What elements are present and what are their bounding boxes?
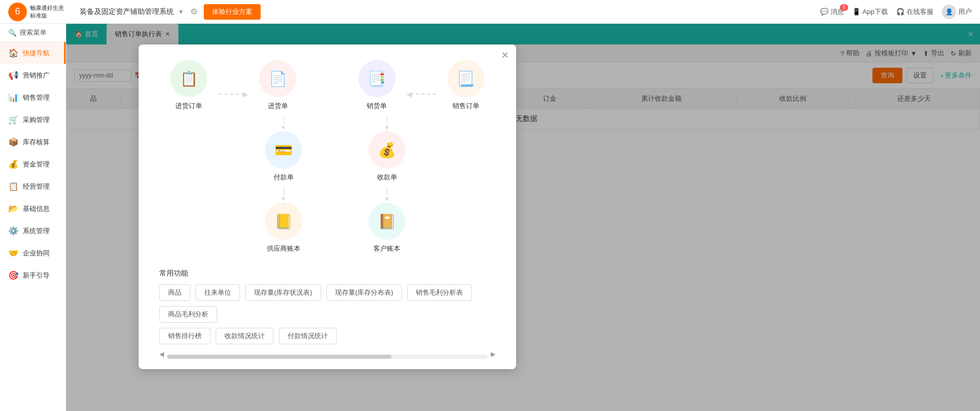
online-service-button[interactable]: 🎧 在线客服 [896, 7, 933, 17]
sidebar-item-label: 销售管理 [23, 93, 50, 102]
sidebar-item-采购管理[interactable]: 🛒采购管理 [0, 109, 66, 131]
flow-node-sale-bill: 📑 销货单 [347, 60, 406, 111]
func-btn-现存量(库存分布表)[interactable]: 现存量(库存分布表) [326, 284, 402, 301]
service-icon: 🎧 [896, 8, 904, 16]
nav-icon-9: 🤝 [8, 248, 19, 258]
try-button[interactable]: 体验行业方案 [204, 4, 261, 20]
sidebar-item-label: 经营管理 [23, 182, 50, 191]
app-download-button[interactable]: 📱 App下载 [852, 7, 888, 17]
sale-order-icon: 📃 [447, 60, 485, 97]
message-button[interactable]: 💬 消息 5 [820, 7, 844, 17]
sidebar-item-库存核算[interactable]: 📦库存核算 [0, 131, 66, 153]
system-title: 装备及固定资产辅助管理系统 [80, 7, 174, 17]
scroll-right-arrow[interactable]: ▶ [491, 351, 495, 358]
flow-node-purchase-order: 📋 进货订单 [159, 60, 219, 111]
func-btn-往来单位[interactable]: 往来单位 [195, 284, 240, 301]
system-title-dropdown[interactable]: ▼ [178, 8, 184, 16]
sidebar-item-label: 基础信息 [23, 204, 50, 214]
sidebar-item-资金管理[interactable]: 💰资金管理 [0, 153, 66, 175]
func-btn-收款情况统计[interactable]: 收款情况统计 [216, 328, 274, 344]
user-menu[interactable]: 👤 用户 [942, 5, 972, 19]
sidebar-item-经营管理[interactable]: 📋经营管理 [0, 175, 66, 197]
flow-node-purchase-bill: 📄 进货单 [248, 60, 308, 111]
scroll-thumb[interactable] [167, 355, 391, 359]
sidebar-item-label: 营销推广 [23, 71, 50, 80]
modal-close-button[interactable]: ✕ [501, 50, 509, 61]
func-btn-销售排行榜[interactable]: 销售排行榜 [159, 328, 210, 344]
sidebar-search[interactable]: 🔍 搜索菜单 [0, 24, 66, 42]
payment-bill-icon: 💳 [265, 131, 302, 169]
receipt-bill-icon: 💰 [368, 131, 405, 169]
app-logo-icon: 6 [8, 3, 27, 21]
nav-icon-3: 🛒 [8, 115, 19, 125]
func-btn-现存量(库存状况表)[interactable]: 现存量(库存状况表) [245, 284, 321, 301]
sidebar-item-label: 快捷导航 [23, 49, 50, 58]
modal-scrollbar[interactable]: ◀ ▶ [159, 349, 495, 359]
search-icon: 🔍 [8, 29, 17, 37]
nav-icon-2: 📊 [8, 93, 19, 102]
func-btn-销售毛利分析表[interactable]: 销售毛利分析表 [407, 284, 472, 301]
nav-icon-4: 📦 [8, 137, 19, 147]
sale-bill-icon: 📑 [358, 60, 396, 97]
flow-node-receipt-bill: 💰 收款单 [356, 131, 418, 182]
purchase-bill-icon: 📄 [259, 60, 296, 97]
sidebar-item-快捷导航[interactable]: 🏠快捷导航 [0, 42, 66, 64]
flow-node-supplier-account: 📒 供应商账本 [252, 203, 314, 253]
flow-node-customer-account: 📔 客户账本 [356, 203, 418, 253]
message-icon: 💬 [820, 8, 828, 16]
sidebar-item-label: 采购管理 [23, 115, 50, 125]
nav-icon-8: ⚙️ [8, 226, 19, 236]
sidebar-item-企业协同[interactable]: 🤝企业协同 [0, 242, 66, 264]
sidebar-item-label: 新手引导 [23, 271, 50, 280]
nav-icon-0: 🏠 [8, 48, 19, 58]
common-functions-section: 常用功能 商品往来单位现存量(库存状况表)现存量(库存分布表)销售毛利分析表商品… [159, 269, 495, 344]
flow-node-payment-bill: 💳 付款单 [252, 131, 314, 182]
sidebar-item-label: 资金管理 [23, 160, 50, 169]
modal-overlay[interactable]: ✕ 📋 进货订单 [66, 24, 980, 411]
nav-icon-10: 🎯 [8, 270, 19, 280]
sidebar-item-label: 系统管理 [23, 226, 50, 236]
sidebar-item-基础信息[interactable]: 📂基础信息 [0, 197, 66, 220]
settings-icon[interactable]: ⚙ [190, 7, 198, 17]
func-btn-付款情况统计[interactable]: 付款情况统计 [279, 328, 337, 344]
avatar: 👤 [942, 5, 956, 19]
sidebar-item-新手引导[interactable]: 🎯新手引导 [0, 264, 66, 286]
workflow-modal: ✕ 📋 进货订单 [139, 44, 516, 369]
nav-icon-6: 📋 [8, 181, 19, 191]
sidebar-item-营销推广[interactable]: 📢营销推广 [0, 64, 66, 86]
flow-node-sale-order: 📃 销售订单 [436, 60, 495, 111]
nav-icon-5: 💰 [8, 159, 19, 169]
sidebar-item-系统管理[interactable]: ⚙️系统管理 [0, 220, 66, 242]
func-buttons-row1: 商品往来单位现存量(库存状况表)现存量(库存分布表)销售毛利分析表商品毛利分析 [159, 284, 495, 323]
sidebar-item-label: 企业协同 [23, 249, 50, 258]
func-btn-商品毛利分析[interactable]: 商品毛利分析 [159, 306, 217, 323]
common-functions-title: 常用功能 [159, 269, 495, 278]
func-buttons-row2: 销售排行榜收款情况统计付款情况统计 [159, 328, 495, 344]
workflow-diagram: 📋 进货订单 ▶ [159, 60, 495, 264]
sidebar-item-销售管理[interactable]: 📊销售管理 [0, 86, 66, 109]
supplier-account-icon: 📒 [265, 203, 302, 240]
message-badge: 5 [840, 4, 848, 11]
func-btn-商品[interactable]: 商品 [159, 284, 190, 301]
download-icon: 📱 [852, 8, 861, 16]
nav-icon-1: 📢 [8, 70, 19, 80]
sidebar-item-label: 库存核算 [23, 138, 50, 147]
scroll-left-arrow[interactable]: ◀ [159, 351, 164, 358]
customer-account-icon: 📔 [368, 203, 405, 240]
nav-icon-7: 📂 [8, 204, 19, 214]
logo-text: 畅康通好生意 标准版 [30, 4, 64, 19]
purchase-order-icon: 📋 [170, 60, 207, 97]
